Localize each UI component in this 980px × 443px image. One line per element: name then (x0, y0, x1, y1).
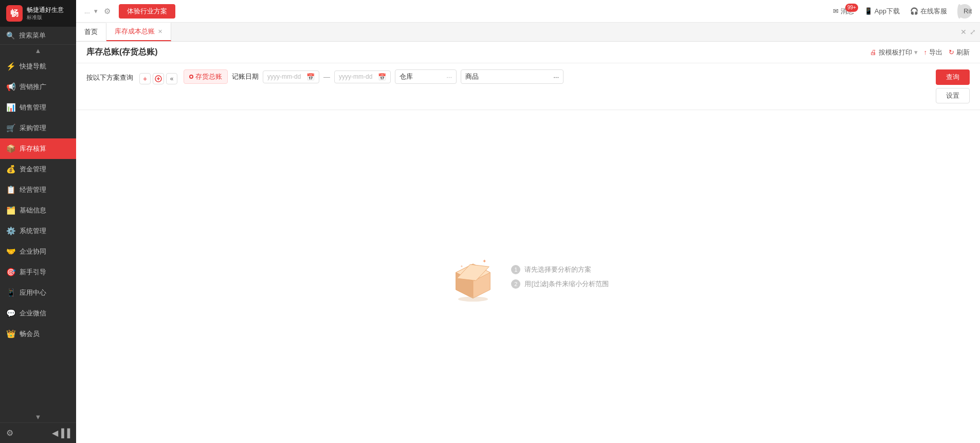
date-end-input[interactable]: yyyy-mm-dd 📅 (334, 70, 391, 83)
app-download-btn[interactable]: 📱 App下载 (864, 7, 900, 16)
empty-illustration: ✦ ✦ (447, 251, 499, 303)
sidebar-item-inventory[interactable]: 📦 库存核算 (0, 138, 76, 159)
sidebar-item-quick-nav[interactable]: ⚡ 快捷导航 (0, 56, 76, 77)
basic-icon: 🗂️ (6, 206, 15, 215)
filter-bar: 按以下方案查询 + « 存货总账 (76, 63, 980, 110)
message-badge: 99+ (845, 4, 858, 12)
settings-footer-icon[interactable]: ⚙ (6, 428, 13, 438)
user-avatar[interactable]: Rit (957, 4, 972, 19)
tip-num-2: 2 (511, 279, 520, 289)
online-service-btn[interactable]: 🎧 在线客服 (910, 7, 947, 16)
search-icon: 🔍 (6, 31, 15, 40)
sidebar-item-system[interactable]: ⚙️ 系统管理 (0, 221, 76, 241)
filter-label: 按以下方案查询 (86, 73, 133, 82)
calendar-end-icon: 📅 (378, 73, 386, 81)
filter-scheme-row: 存货总账 (184, 69, 228, 84)
filter-add-btns: + « (139, 73, 177, 84)
empty-tip-2: 2 用[过滤]条件来缩小分析范围 (511, 279, 608, 289)
sidebar-item-newbie[interactable]: 🎯 新手引导 (0, 262, 76, 282)
apps-icon: 📱 (6, 288, 15, 297)
svg-text:✦: ✦ (483, 258, 487, 264)
sidebar-item-basic[interactable]: 🗂️ 基础信息 (0, 200, 76, 221)
breadcrumb: ... (84, 7, 90, 15)
logo-text: 畅捷通好生意 标准版 (27, 6, 64, 21)
circle-add-btn[interactable] (153, 73, 164, 84)
sidebar: 畅 畅捷通好生意 标准版 🔍 搜索菜单 ▲ ⚡ 快捷导航 📢 营销推广 📊 销售… (0, 0, 76, 443)
tabs-bar: 首页 库存成本总账 ✕ ✕ ⤢ (76, 23, 980, 42)
marketing-icon: 📢 (6, 82, 15, 92)
refresh-btn[interactable]: ↻ 刷新 (949, 48, 970, 57)
topbar-right: ✉ 消息 99+ 📱 App下载 🎧 在线客服 Rit (833, 4, 972, 19)
filter-date-row: 记账日期 yyyy-mm-dd 📅 — yyyy-mm-dd 📅 (232, 70, 391, 83)
empty-content: ✦ ✦ 1 请先选择要分析的方案 2 用[过滤]条件来缩小分析范围 (447, 251, 608, 303)
tab-home[interactable]: 首页 (76, 23, 106, 41)
query-button[interactable]: 查询 (936, 69, 970, 85)
app-logo: 畅 畅捷通好生意 标准版 (0, 0, 76, 27)
sidebar-item-finance[interactable]: 💰 资金管理 (0, 159, 76, 180)
sidebar-nav: ⚡ 快捷导航 📢 营销推广 📊 销售管理 🛒 采购管理 📦 库存核算 💰 资金管… (0, 56, 76, 411)
main-area: ... ▾ ⚙ 体验行业方案 ✉ 消息 99+ 📱 App下载 🎧 在线客服 R… (76, 0, 980, 443)
quick-nav-icon: ⚡ (6, 62, 15, 71)
sidebar-item-purchase[interactable]: 🛒 采购管理 (0, 118, 76, 138)
page-content: 库存总账(存货总账) 🖨 按模板打印 ▾ ↑ 导出 ↻ 刷新 按以下方案查询 (76, 42, 980, 443)
svg-text:✦: ✦ (460, 264, 463, 268)
sidebar-item-enterprise[interactable]: 🤝 企业协同 (0, 241, 76, 262)
phone-icon: 📱 (864, 7, 873, 15)
close-panel-icon[interactable]: ✕ (960, 28, 967, 36)
warehouse-more-icon: ··· (446, 73, 452, 81)
export-icon: ↑ (924, 48, 928, 56)
empty-tips: 1 请先选择要分析的方案 2 用[过滤]条件来缩小分析范围 (511, 265, 608, 289)
sidebar-scroll-up[interactable]: ▲ (0, 45, 76, 56)
export-btn[interactable]: ↑ 导出 (924, 48, 943, 57)
newbie-icon: 🎯 (6, 268, 15, 277)
date-separator: — (323, 73, 330, 81)
search-menu[interactable]: 🔍 搜索菜单 (0, 27, 76, 45)
warehouse-field[interactable]: 仓库 ··· (395, 69, 457, 84)
topbar-gear-icon[interactable]: ⚙ (104, 7, 111, 16)
tab-close-icon[interactable]: ✕ (158, 28, 162, 35)
empty-tip-1: 1 请先选择要分析的方案 (511, 265, 608, 274)
member-icon: 👑 (6, 329, 15, 339)
collapse-filter-btn[interactable]: « (166, 73, 177, 84)
finance-icon: 💰 (6, 165, 15, 174)
sidebar-item-marketing[interactable]: 📢 营销推广 (0, 77, 76, 97)
product-more-icon: ··· (553, 73, 559, 81)
message-btn[interactable]: ✉ 消息 99+ (833, 7, 854, 16)
wechat-icon: 💬 (6, 309, 15, 318)
system-icon: ⚙️ (6, 226, 15, 236)
product-field[interactable]: 商品 ··· (461, 69, 564, 84)
enterprise-icon: 🤝 (6, 247, 15, 256)
scheme-tag[interactable]: 存货总账 (184, 69, 228, 84)
page-header-actions: 🖨 按模板打印 ▾ ↑ 导出 ↻ 刷新 (870, 48, 970, 57)
settings-button[interactable]: 设置 (936, 88, 970, 103)
setting-filter-icon (155, 75, 162, 82)
print-chevron-icon: ▾ (914, 48, 918, 56)
inventory-icon: 📦 (6, 144, 15, 153)
sidebar-item-wechat[interactable]: 💬 企业微信 (0, 303, 76, 324)
add-filter-btn[interactable]: + (139, 73, 151, 84)
purchase-icon: 🛒 (6, 123, 15, 133)
date-label: 记账日期 (232, 72, 259, 81)
filter-controls: 存货总账 记账日期 yyyy-mm-dd 📅 — yyyy-mm-dd 📅 (184, 69, 930, 84)
empty-state: ✦ ✦ 1 请先选择要分析的方案 2 用[过滤]条件来缩小分析范围 (76, 110, 980, 443)
filter-actions: 查询 设置 (936, 69, 970, 103)
tab-inventory-cost[interactable]: 库存成本总账 ✕ (106, 23, 171, 41)
breadcrumb-chevron[interactable]: ▾ (94, 7, 98, 15)
date-start-input[interactable]: yyyy-mm-dd 📅 (263, 70, 319, 83)
print-btn[interactable]: 🖨 按模板打印 ▾ (870, 48, 918, 57)
sidebar-item-operation[interactable]: 📋 经营管理 (0, 180, 76, 200)
headset-icon: 🎧 (910, 7, 918, 15)
speaker-icon[interactable]: ◀▐▐ (52, 428, 70, 438)
sidebar-item-member[interactable]: 👑 畅会员 (0, 324, 76, 344)
industry-btn[interactable]: 体验行业方案 (119, 4, 175, 19)
calendar-start-icon: 📅 (306, 73, 315, 81)
page-title: 库存总账(存货总账) (86, 47, 158, 58)
sidebar-item-sales[interactable]: 📊 销售管理 (0, 97, 76, 118)
expand-icon[interactable]: ⤢ (970, 28, 976, 36)
sidebar-item-apps[interactable]: 📱 应用中心 (0, 282, 76, 303)
sidebar-footer: ⚙ ◀▐▐ (0, 422, 76, 443)
sidebar-scroll-down[interactable]: ▼ (0, 411, 76, 422)
topbar: ... ▾ ⚙ 体验行业方案 ✉ 消息 99+ 📱 App下载 🎧 在线客服 R… (76, 0, 980, 23)
sales-icon: 📊 (6, 103, 15, 112)
message-icon: ✉ (833, 7, 839, 15)
